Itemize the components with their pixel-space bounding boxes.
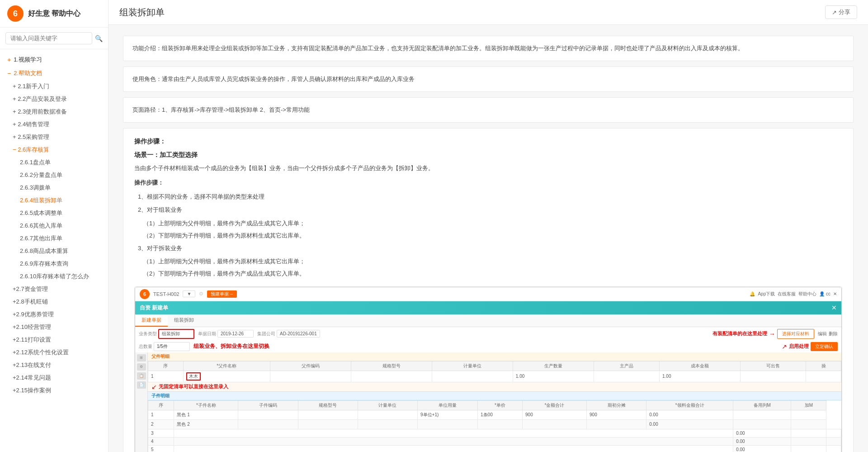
screen-icon-guide: 帮助中心 <box>798 291 816 297</box>
sidebar-item-sales[interactable]: + 2.4销售管理 <box>13 118 108 131</box>
screen-tab-assembly[interactable]: 组装拆卸 <box>168 314 200 327</box>
screen-upper-row-1-main <box>594 371 659 382</box>
annotation1-container: 有装配清单的在这里处理 → 选择对应材料 编辑 删除 <box>712 329 838 339</box>
sidebar-item-inventory-ledger[interactable]: 2.6.9库存账本查询 <box>20 257 108 270</box>
sidebar-item-mobile[interactable]: +2.8手机旺铺 <box>13 295 108 308</box>
nav-group-docs-label: 2.帮助文档 <box>14 69 42 77</box>
sidebar-nav: + 1.视频学习 − 2.帮助文档 + 2.1新手入门 + 2.2产品安装及登录 <box>0 49 108 452</box>
screen-confirm-btn[interactable]: 立定确认 <box>811 342 838 351</box>
sidebar-item-newbie[interactable]: + 2.1新手入门 <box>13 80 108 93</box>
screen-action-btn[interactable]: 预建单据→ <box>207 290 237 298</box>
screen-dropdown[interactable]: ▼ <box>183 290 195 297</box>
sidebar-item-transfer[interactable]: 2.6.3调拨单 <box>20 181 108 194</box>
screen-date-value[interactable]: 2019-12-26 <box>217 330 254 338</box>
screen-field-date: 单据日期 2019-12-26 <box>198 330 254 338</box>
sidebar-item-coupon[interactable]: +2.9优惠券管理 <box>13 308 108 321</box>
sidebar-item-cost-recalc[interactable]: 2.6.8商品成本重算 <box>20 245 108 257</box>
screen-lower-col-unit: 计量单位 <box>358 400 417 410</box>
screen-sidebar-icon2[interactable]: ⚙ <box>137 363 146 371</box>
nav-group-video-title[interactable]: + 1.视频学习 <box>0 53 108 67</box>
sidebar-item-inventory[interactable]: − 2.6库存核算 <box>13 143 108 156</box>
steps-section: 操作步骤： 场景一：加工类型选择 当由多个子件材料组装成一个成品的业务为【组装】… <box>123 128 854 452</box>
screen-edit-btn[interactable]: 编辑 <box>818 331 827 337</box>
screen-upper-row-1-name: 木木 <box>183 371 270 382</box>
screen-main-content: 父件明细 序 *父件名称 父件编码 规格型号 计量单位 <box>148 352 841 452</box>
screen-upper-row-1-sell <box>741 371 806 382</box>
screen-col-unit: 计量单位 <box>432 361 513 371</box>
sidebar-item-payment[interactable]: +2.13在线支付 <box>13 359 108 371</box>
screen-lower-col-code: 子件编码 <box>238 400 298 410</box>
screenshot-inner: 6 TEST-H002 ▼ ⚙ 预建单据→ 🔔 App下载 在线客服 帮助中心 … <box>135 287 842 452</box>
search-input[interactable] <box>5 32 92 44</box>
annotation4-text: 组装业务、拆卸业务在这里切换 <box>193 343 269 350</box>
sidebar-item-partial-stocktake[interactable]: 2.6.2分量盘点单 <box>20 169 108 181</box>
screen-col-main-prod: 主产品 <box>594 361 659 371</box>
sidebar-item-cases[interactable]: +2.15操作案例 <box>13 384 108 397</box>
nav-group-docs-title[interactable]: − 2.帮助文档 <box>0 67 108 80</box>
sidebar-item-purchase[interactable]: + 2.5采购管理 <box>13 131 108 143</box>
screen-icon-bell: 🔔 <box>750 291 755 296</box>
role-block: 使用角色：通常由生产人员或库管人员完成拆装业务的操作，库管人员确认原材料的出库和… <box>123 67 854 92</box>
sidebar-item-other-in[interactable]: 2.6.6其他入库单 <box>20 219 108 232</box>
screen-upper-row-1-name-box[interactable]: 木木 <box>186 372 201 381</box>
screen-left-sidebar: ⊞ ⚙ 📋 📄 <box>135 352 148 452</box>
screen-upper-row-1-cost: 1.00 <box>660 371 741 382</box>
search-button[interactable]: 🔍 <box>95 35 103 42</box>
screen-subtabs: 新建单据 组装拆卸 <box>135 314 841 327</box>
sidebar-item-operations[interactable]: +2.10经营管理 <box>13 321 108 333</box>
sidebar-item-other-out[interactable]: 2.6.7其他出库单 <box>20 232 108 245</box>
share-button[interactable]: ↗ 分享 <box>825 5 857 19</box>
screen-lower-col-price: *单价 <box>478 400 523 410</box>
step3: 3、对于拆装业务 <box>134 243 842 253</box>
steps-section-title: 操作步骤： <box>134 138 842 146</box>
screen-type-value[interactable]: 组装拆卸 <box>158 329 194 339</box>
screen-sidebar-icon4[interactable]: 📄 <box>137 381 146 389</box>
sidebar-item-stocktake[interactable]: 2.6.1盘点单 <box>20 156 108 169</box>
annotation5-text: 无固定清单可以直接在这里录入 <box>159 383 228 390</box>
steps-label: 操作步骤： <box>134 177 842 188</box>
screen-lower-col-material: *领料金额合计 <box>646 400 733 410</box>
screen-lower-table: 序 *子件名称 子件编码 规格型号 计量单位 单位用量 *单价 *金额合计 <box>148 400 841 452</box>
step1: 1、根据不同的业务，选择不同单据的类型来处理 <box>134 191 842 202</box>
screen-body: ⊞ ⚙ 📋 📄 父件明细 <box>135 352 841 452</box>
screen-sidebar-icon1[interactable]: ⊞ <box>137 354 146 362</box>
sidebar-item-cost-adjust[interactable]: 2.6.5成本调整单 <box>20 207 108 219</box>
screen-col-sellable: 可出售 <box>741 361 806 371</box>
sidebar-item-print[interactable]: +2.11打印设置 <box>13 333 108 346</box>
page-title: 组装拆卸单 <box>119 6 165 19</box>
screen-close[interactable]: ✕ <box>833 291 837 296</box>
nav-sub-inventory: 2.6.1盘点单 2.6.2分量盘点单 2.6.3调拨单 2.6.4组装拆卸单 … <box>13 156 108 283</box>
screen-assign-btn[interactable]: 选择对应材料 <box>777 329 814 339</box>
main-header: 组装拆卸单 ↗ 分享 <box>108 0 868 25</box>
screen-logo: 6 <box>140 289 150 299</box>
annotation1-text: 有装配清单的在这里处理 <box>712 330 767 337</box>
minus-icon: − <box>7 70 11 77</box>
screen-tab-neworder[interactable]: 新建单据 <box>135 314 168 327</box>
screen-col-cost: 成本金额 <box>660 361 741 371</box>
screen-qty-value[interactable]: 1/5件 <box>154 342 190 351</box>
step3-sub1: （1）上部明细为父件明细，最终作为原材料生成其它出库单； <box>143 256 842 266</box>
screen-sidebar-icon3[interactable]: 📋 <box>137 372 146 380</box>
main-content: 功能介绍：组装拆卸单用来处理企业组装或拆卸等加工业务，支持有固定装配清单的产品加… <box>108 25 868 452</box>
screen-dept-value[interactable]: AD-20191226-001 <box>277 330 320 338</box>
search-box: 🔍 <box>0 28 108 49</box>
sidebar-item-system[interactable]: +2.12系统个性化设置 <box>13 346 108 359</box>
sidebar-item-finance[interactable]: +2.7资金管理 <box>13 283 108 295</box>
path-block: 页面路径：1、库存核算->库存管理->组装拆卸单 2、首页->常用功能 <box>123 97 854 123</box>
sidebar-item-faq[interactable]: +2.14常见问题 <box>13 371 108 384</box>
screen-lower-col-seq: 序 <box>148 400 174 410</box>
sidebar-item-install[interactable]: + 2.2产品安装及登录 <box>13 93 108 105</box>
screen-modal-title-text: 自资 新建单 <box>140 304 168 312</box>
screen-upper-table: 序 *父件名称 父件编码 规格型号 计量单位 生产数量 主产品 成本金额 <box>148 361 841 382</box>
screen-titlebar: 6 TEST-H002 ▼ ⚙ 预建单据→ 🔔 App下载 在线客服 帮助中心 … <box>135 287 841 301</box>
step2: 2、对于组装业务 <box>134 205 842 215</box>
screen-lower-col-usage: 单位用量 <box>418 400 478 410</box>
sidebar-item-data[interactable]: + 2.3使用前数据准备 <box>13 105 108 118</box>
screen-upper-row-1-code <box>270 371 351 382</box>
sidebar-item-ledger-fix[interactable]: 2.6.10库存账本错了怎么办 <box>20 270 108 283</box>
sidebar-item-assembly[interactable]: 2.6.4组装拆卸单 <box>20 194 108 207</box>
screen-modal-close[interactable]: ✕ <box>831 304 837 311</box>
screen-del-btn[interactable]: 删除 <box>829 331 838 337</box>
annotation3-container: ↗ 启用处理 立定确认 <box>782 342 838 351</box>
screenshot-container: 6 TEST-H002 ▼ ⚙ 预建单据→ 🔔 App下载 在线客服 帮助中心 … <box>134 286 842 452</box>
